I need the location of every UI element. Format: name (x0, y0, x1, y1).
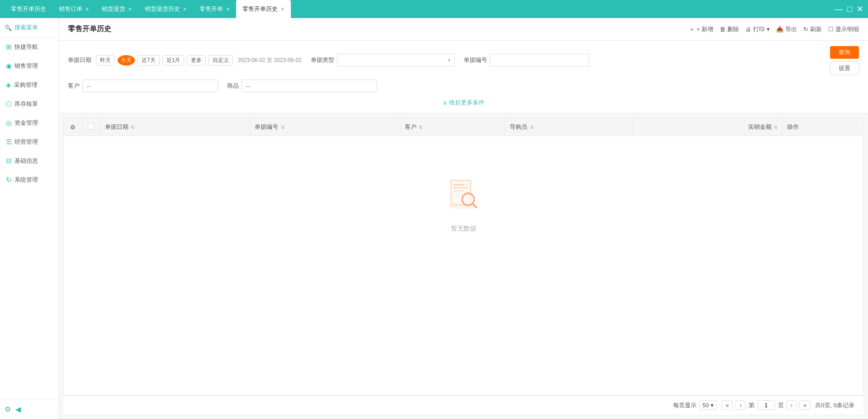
date-label: 单据日期 (68, 56, 91, 64)
tab-close-sales-return[interactable]: ✕ (128, 6, 132, 12)
page-unit: 页 (778, 401, 784, 410)
tab-retail-history[interactable]: 零售开单历史 ✕ (236, 0, 291, 18)
maximize-icon[interactable]: □ (847, 5, 852, 14)
empty-state: 暂无数据 (64, 136, 863, 269)
date-btn-yesterday[interactable]: 昨天 (96, 55, 115, 66)
date-btn-custom[interactable]: 自定义 (209, 55, 233, 66)
sidebar-item-basic-info[interactable]: ⊟ 基础信息 (0, 151, 58, 170)
prev-page-btn[interactable]: ‹ (735, 400, 745, 410)
add-icon: ＋ (689, 25, 695, 33)
sidebar-item-finance[interactable]: ◎ 资金管理 (0, 113, 58, 132)
customer-select[interactable]: ··· (82, 80, 218, 92)
delete-icon: 🗑 (720, 26, 726, 33)
tab-home[interactable]: 零售开单历史 (5, 0, 52, 18)
date-btn-1month[interactable]: 近1月 (162, 55, 185, 66)
goods-filter-group: 商品 ··· (227, 80, 377, 92)
page-size-value: 50 (702, 402, 709, 409)
add-button[interactable]: ＋ + 新增 (689, 25, 713, 33)
sidebar-search[interactable]: 🔍 搜索菜单 (0, 18, 58, 38)
last-page-btn[interactable]: » (799, 400, 811, 410)
number-input[interactable] (490, 54, 589, 66)
checkbox-icon: ☐ (828, 26, 834, 33)
export-icon: 📤 (776, 26, 783, 33)
page-title-row: 零售开单历史 ＋ + 新增 🗑 删除 🖨 打印 ▾ (68, 24, 859, 34)
collapse-sidebar-icon[interactable]: ◀ (15, 405, 21, 414)
settings-button[interactable]: 设置 (830, 61, 859, 75)
tab-sales-return-history[interactable]: 销货退货历史 ✕ (138, 0, 193, 18)
delete-button[interactable]: 🗑 删除 (720, 25, 739, 33)
table-header-row: ⚙ 单据日期 ⇅ 单据编号 ⇅ (64, 118, 863, 136)
tab-sales-return[interactable]: 销货退货 ✕ (95, 0, 138, 18)
minimize-icon[interactable]: — (835, 5, 843, 14)
customer-label: 客户 (68, 82, 80, 90)
inventory-icon: ⬡ (6, 100, 12, 108)
sidebar-item-purchase-mgmt[interactable]: ◈ 采购管理 (0, 75, 58, 94)
page-size-select[interactable]: 50 ▾ (699, 400, 717, 410)
gear-icon[interactable]: ⚙ (70, 124, 76, 131)
header-checkbox[interactable] (88, 123, 94, 130)
date-btn-7days[interactable]: 近7天 (138, 55, 160, 66)
sort-customer-icon[interactable]: ⇅ (419, 125, 422, 130)
filter-row-2: 客户 ··· 商品 ··· (68, 80, 859, 92)
export-button[interactable]: 📤 导出 (776, 25, 797, 33)
query-button[interactable]: 查询 (830, 46, 859, 59)
settings-icon[interactable]: ⚙ (5, 405, 11, 414)
svg-rect-3 (453, 184, 465, 186)
sidebar-item-system[interactable]: ↻ 系统管理 (0, 170, 58, 189)
th-gear[interactable]: ⚙ (64, 118, 82, 136)
date-btn-more[interactable]: 更多 (187, 55, 206, 66)
next-page-btn[interactable]: › (787, 400, 797, 410)
pagination-bar: 每页显示 50 ▾ « ‹ 第 页 › » 共0页, 0条记录 (63, 395, 863, 414)
quick-nav-icon: ⊞ (6, 43, 12, 51)
sidebar-item-operations[interactable]: ☰ 经营管理 (0, 132, 58, 151)
date-range: 2023-06-02 至 2023-06-02 (237, 56, 301, 64)
tab-close-sales-return-history[interactable]: ✕ (183, 6, 187, 12)
data-table: ⚙ 单据日期 ⇅ 单据编号 ⇅ (64, 118, 863, 269)
tab-bar-window-controls: — □ ✕ (835, 4, 863, 14)
sidebar-item-label: 快捷导航 (14, 43, 38, 51)
sort-number-icon[interactable]: ⇅ (281, 125, 285, 130)
sort-amount-icon[interactable]: ⇅ (774, 125, 778, 130)
operations-icon: ☰ (6, 138, 12, 146)
print-button[interactable]: 🖨 打印 ▾ (745, 25, 770, 33)
sidebar-item-sales-mgmt[interactable]: ◉ 销售管理 (0, 56, 58, 75)
window-close-icon[interactable]: ✕ (857, 4, 863, 14)
type-label: 单据类型 (311, 56, 334, 64)
tab-close-sales-order[interactable]: ✕ (85, 6, 89, 12)
refresh-button[interactable]: ↻ 刷新 (803, 25, 822, 33)
search-icon: 🔍 (5, 24, 12, 31)
sidebar-item-label: 系统管理 (14, 176, 38, 184)
page-size-label: 每页显示 (673, 401, 697, 410)
sidebar-item-inventory[interactable]: ⬡ 库存核算 (0, 94, 58, 113)
empty-text: 暂无数据 (451, 225, 476, 233)
show-detail-button[interactable]: ☐ 显示明细 (828, 25, 859, 33)
customer-dots: ··· (86, 83, 91, 89)
sort-guide-icon[interactable]: ⇅ (530, 125, 534, 130)
sidebar-item-quick-nav[interactable]: ⊞ 快捷导航 (0, 38, 58, 56)
collapse-more-btn[interactable]: ∧ 收起更多条件 (68, 97, 859, 110)
tab-close-retail-open[interactable]: ✕ (226, 6, 230, 12)
th-checkbox[interactable] (82, 118, 100, 136)
sort-date-icon[interactable]: ⇅ (131, 125, 134, 130)
query-buttons: 查询 设置 (830, 45, 859, 75)
th-action: 操作 (783, 118, 863, 136)
date-filter-group: 单据日期 昨天 今天 近7天 近1月 更多 自定义 2023-06-02 至 2… (68, 55, 302, 66)
print-dropdown-icon: ▾ (767, 26, 770, 33)
basic-info-icon: ⊟ (6, 157, 12, 165)
finance-icon: ◎ (6, 119, 12, 127)
page-label: 第 (749, 401, 754, 410)
toolbar: ＋ + 新增 🗑 删除 🖨 打印 ▾ 📤 导出 (689, 25, 859, 33)
page-input[interactable] (757, 400, 775, 410)
sidebar-item-label: 库存核算 (14, 100, 38, 108)
date-btn-today[interactable]: 今天 (118, 55, 135, 66)
tab-retail-open[interactable]: 零售开单 ✕ (193, 0, 236, 18)
first-page-btn[interactable]: « (721, 400, 733, 410)
goods-select[interactable]: ··· (242, 80, 377, 92)
sidebar-item-label: 采购管理 (14, 81, 38, 89)
tab-close-retail-history[interactable]: ✕ (280, 6, 285, 12)
tab-sales-order[interactable]: 销售订单 ✕ (52, 0, 95, 18)
sidebar-search-label: 搜索菜单 (14, 24, 38, 32)
type-filter-group: 单据类型 ▾ (311, 54, 455, 66)
type-select[interactable]: ▾ (337, 54, 455, 66)
filter-row-1: 单据日期 昨天 今天 近7天 近1月 更多 自定义 2023-06-02 至 2… (68, 45, 859, 75)
